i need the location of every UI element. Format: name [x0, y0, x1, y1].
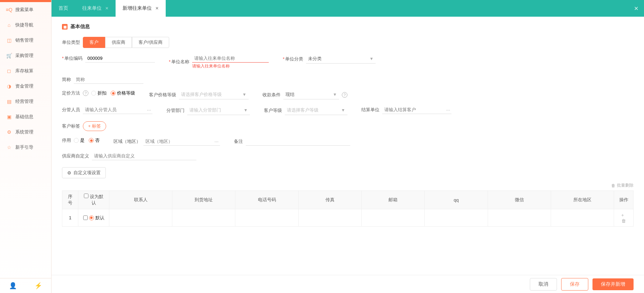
cell-wechat[interactable] — [488, 209, 551, 227]
short-name-input[interactable] — [74, 75, 143, 84]
tab-home[interactable]: 首页 — [52, 0, 75, 17]
unit-type-customer-btn[interactable]: 客户 — [83, 37, 105, 48]
row-default-label: 默认 — [95, 215, 104, 221]
customer-tag-label: 客户标签 — [62, 123, 80, 129]
region-label: 区域（地区） — [113, 138, 141, 145]
save-button[interactable]: 保存 — [561, 278, 588, 291]
batch-delete-btn[interactable]: 🗑 批量删除 — [611, 182, 634, 188]
customer-level-field: 客户等级 请选择客户等级 ▼ — [264, 106, 347, 115]
tab-partners[interactable]: 往来单位 ✕ — [75, 0, 116, 17]
email-input[interactable] — [365, 215, 421, 220]
code-name-category-row: *单位编码 *单位名称 请输入往来单位名称 *单位分类 未分类 — [62, 54, 634, 69]
pricing-discount-radio[interactable]: 折扣 — [91, 90, 107, 96]
tab-spacer — [166, 0, 628, 17]
custom-settings-btn[interactable]: ⚙ 自定义项设置 — [62, 167, 106, 178]
tab-partners-label: 往来单位 — [82, 5, 102, 11]
manager-dots-btn[interactable]: ··· — [146, 107, 152, 113]
add-tag-btn[interactable]: + 标签 — [83, 121, 106, 131]
sidebar-label-sales: 销售管理 — [15, 37, 33, 43]
wechat-input[interactable] — [492, 215, 547, 220]
short-name-row: 简称 — [62, 75, 634, 84]
sidebar-item-finance[interactable]: ◑ 资金管理 — [0, 79, 51, 94]
close-all-tabs-btn[interactable]: ✕ — [628, 0, 644, 17]
unit-name-input[interactable] — [192, 54, 269, 63]
settings-icon: ⚙ — [67, 170, 71, 176]
unit-category-chevron: ▼ — [369, 56, 374, 61]
sidebar-item-search[interactable]: ≡Q 搜索菜单 — [0, 2, 51, 17]
sidebar-item-guide[interactable]: ☆ 新手引导 — [0, 140, 51, 155]
sidebar-item-system[interactable]: ⚙ 系统管理 — [0, 124, 51, 140]
row-checkbox[interactable] — [83, 215, 88, 220]
sidebar-bottom: 👤 ⚡ — [0, 278, 51, 293]
tab-new-partner[interactable]: 新增往来单位 ✕ — [116, 0, 166, 17]
payment-terms-select[interactable]: 现结 ▼ — [283, 90, 339, 99]
sales-icon: ◫ — [6, 37, 13, 44]
cell-phone[interactable] — [235, 209, 298, 227]
cell-fax[interactable] — [298, 209, 361, 227]
pricing-discount-label: 折扣 — [97, 90, 107, 96]
pricing-level-radio[interactable]: 价格等级 — [111, 90, 135, 96]
region-dots-btn[interactable]: ··· — [213, 139, 220, 144]
remark-input[interactable] — [246, 137, 350, 146]
region-input-wrapper: ··· — [143, 137, 220, 146]
manager-input[interactable] — [83, 106, 146, 114]
settlement-input-wrapper: ··· — [382, 106, 452, 114]
sidebar-item-basic[interactable]: ▣ 基础信息 — [0, 109, 51, 124]
sidebar-label-search: 搜索菜单 — [15, 7, 33, 13]
unit-type-both-btn[interactable]: 客户/供应商 — [132, 37, 169, 48]
add-row-btn[interactable]: ＋ — [620, 212, 625, 218]
cancel-button[interactable]: 取消 — [530, 278, 557, 291]
trash-icon: 🗑 — [611, 183, 615, 188]
supplier-custom-input[interactable] — [92, 152, 196, 160]
phone-input[interactable] — [239, 215, 294, 220]
batch-delete-label: 批量删除 — [617, 182, 634, 188]
disabled-yes-radio[interactable]: 是 — [74, 137, 85, 144]
unit-type-supplier-btn[interactable]: 供应商 — [105, 37, 132, 48]
save-new-button[interactable]: 保存并新增 — [592, 278, 634, 290]
unit-code-input[interactable] — [85, 54, 155, 63]
manager-field: 分管人员 ··· — [62, 106, 152, 114]
settlement-input[interactable] — [382, 106, 445, 114]
sidebar-item-operations[interactable]: ▤ 经营管理 — [0, 94, 51, 109]
cell-address[interactable] — [172, 209, 235, 227]
basic-icon: ▣ — [6, 113, 13, 120]
sidebar-item-purchase[interactable]: 🛒 采购管理 — [0, 48, 51, 63]
region-input[interactable] — [143, 137, 213, 145]
delete-row-btn[interactable]: 🗑 — [621, 218, 626, 223]
fax-input[interactable] — [302, 215, 358, 220]
address-input[interactable] — [176, 215, 231, 220]
department-select[interactable]: 请输入分管部门 ▼ — [187, 106, 250, 115]
sidebar-item-quick-nav[interactable]: ⌂ 快捷导航 — [0, 17, 51, 33]
sidebar-item-sales[interactable]: ◫ 销售管理 — [0, 33, 51, 48]
customer-level-select[interactable]: 请选择客户等级 ▼ — [285, 106, 347, 115]
tab-partners-close[interactable]: ✕ — [105, 6, 109, 11]
cell-region[interactable] — [551, 209, 614, 227]
sidebar-settings-btn[interactable]: ⚡ — [26, 278, 52, 293]
pricing-discount-circle — [91, 91, 96, 96]
row-region-input[interactable] — [555, 215, 610, 220]
unit-category-value: 未分类 — [308, 56, 322, 62]
department-placeholder: 请输入分管部门 — [189, 107, 221, 113]
disabled-no-radio[interactable]: 否 — [89, 137, 100, 144]
pricing-help-icon[interactable]: ? — [83, 90, 88, 96]
payment-terms-help-icon[interactable]: ? — [342, 92, 347, 98]
sidebar-item-inventory[interactable]: ◻ 库存核算 — [0, 63, 51, 79]
unit-category-select[interactable]: 未分类 ▼ — [306, 54, 376, 64]
sidebar-user-btn[interactable]: 👤 — [0, 278, 26, 293]
qq-input[interactable] — [428, 215, 484, 220]
tab-new-partner-close[interactable]: ✕ — [155, 6, 159, 11]
select-all-checkbox[interactable] — [84, 194, 88, 198]
sidebar-label-guide: 新手引导 — [15, 144, 33, 150]
short-name-field: 简称 — [62, 75, 143, 84]
pricing-radio-group: 折扣 价格等级 — [91, 90, 135, 96]
cell-contact[interactable] — [109, 209, 172, 227]
payment-terms-chevron: ▼ — [333, 92, 337, 97]
cell-email[interactable] — [362, 209, 425, 227]
cell-qq[interactable] — [425, 209, 488, 227]
disabled-field: 停用 是 否 — [62, 137, 100, 144]
row-default-radio[interactable]: 默认 — [89, 215, 104, 221]
col-seq: 序号 — [62, 191, 78, 209]
settlement-dots-btn[interactable]: ··· — [445, 107, 452, 113]
customer-price-level-select[interactable]: 请选择客户价格等级 ▼ — [179, 90, 249, 99]
contact-input[interactable] — [113, 215, 168, 220]
